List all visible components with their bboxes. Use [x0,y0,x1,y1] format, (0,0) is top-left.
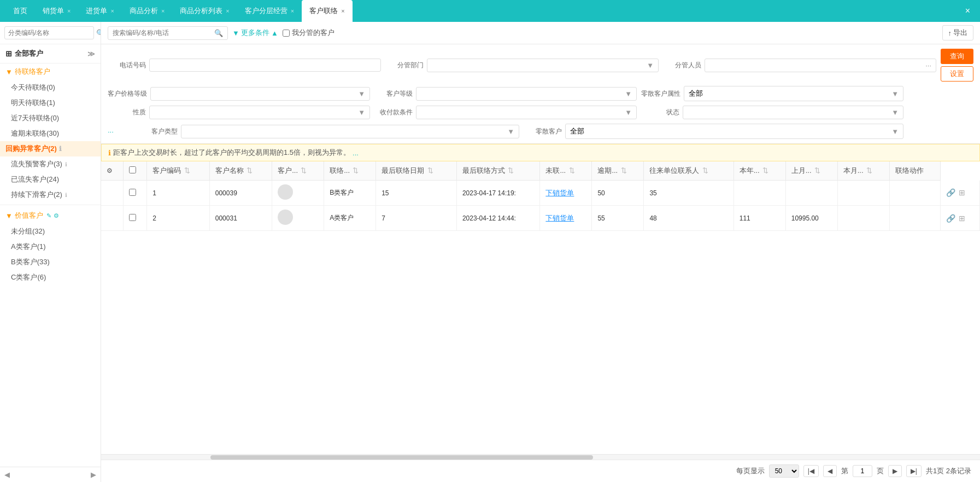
row-checkbox[interactable] [129,214,136,221]
th-action: 联络动作 [889,161,940,181]
person-select[interactable]: ··· [705,59,936,72]
sidebar-item-today[interactable]: 今天待联络(0) [0,80,101,95]
my-customer-checkbox[interactable] [283,30,290,37]
settings-icon[interactable]: ⚙ [54,212,59,219]
sort-last-month-icon[interactable]: ⇅ [814,166,820,175]
sort-date-icon[interactable]: ⇅ [427,166,433,175]
page-input[interactable] [853,465,872,477]
sidebar-item-b-class[interactable]: B类客户(33) [0,254,101,270]
sidebar-item-overdue[interactable]: 逾期未联络(30) [0,126,101,141]
sidebar-collapse-btn[interactable]: ≫ [87,50,95,58]
filter-search-icon[interactable]: 🔍 [214,29,223,37]
phone-input[interactable] [149,59,381,72]
filter-search-input[interactable] [113,29,214,37]
sidebar-item-declining[interactable]: 持续下滑客户(2) ℹ [0,187,101,202]
close-customer-tier-icon[interactable]: × [291,8,294,14]
retail-customer-select[interactable]: 全部 ▼ [565,124,903,139]
select-all-checkbox[interactable] [129,166,136,173]
scrollbar-thumb[interactable] [210,455,593,460]
sort-grade-icon[interactable]: ⇅ [301,166,307,175]
nav-customer-tier[interactable]: 客户分层经营 × [237,0,302,22]
row-last-contact-method[interactable]: 下销货单 [540,181,592,206]
nature-select[interactable]: ▼ [149,106,370,119]
close-sales-icon[interactable]: × [67,8,71,14]
grid-action-icon[interactable]: ⊞ [959,188,965,197]
retail-attr-select[interactable]: 全部 ▼ [684,86,903,101]
sidebar-item-ungrouped[interactable]: 未分组(32) [0,224,101,239]
edit-icon[interactable]: ✎ [46,212,51,219]
sidebar-search-input[interactable] [4,26,94,39]
more-conditions-btn[interactable]: ▼ 更多条件 ▲ [232,28,278,38]
sidebar-item-a-class[interactable]: A类客户(1) [0,239,101,254]
content-area: 🔍 ▼ 更多条件 ▲ 我分管的客户 ↑ 导出 [101,22,980,482]
close-product-list-icon[interactable]: × [226,8,229,14]
sort-code-icon[interactable]: ⇅ [184,166,190,175]
sidebar-next-icon[interactable]: ▶ [91,471,96,479]
pending-group-title[interactable]: ▼ 待联络客户 [0,63,101,80]
customer-type-select[interactable]: ▼ [181,125,519,138]
sort-name-icon[interactable]: ⇅ [247,166,253,175]
row-checkbox-cell[interactable] [123,181,147,206]
prev-page-btn[interactable]: ◀ [823,465,837,477]
last-page-btn[interactable]: ▶| [906,465,922,477]
row-last-contact-date: 2023-04-17 14:19: [456,181,540,206]
page-size-select[interactable]: 50 100 200 [769,464,799,478]
sidebar-item-tomorrow[interactable]: 明天待联络(1) [0,95,101,111]
filter-cell-customer-type: 客户类型 ▼ [139,125,519,138]
value-group-title[interactable]: ▼ 价值客户 ✎ ⚙ [0,207,101,224]
sidebar-item-c-class[interactable]: C类客户(6) [0,270,101,285]
sort-method-icon[interactable]: ⇅ [508,166,514,175]
row-name[interactable] [272,206,324,231]
link-action-icon[interactable]: 🔗 [946,188,955,197]
grid-action-icon[interactable]: ⊞ [959,214,965,223]
dept-select[interactable]: ▼ [427,59,659,72]
nav-sales[interactable]: 销货单 × [35,0,78,22]
sort-person-icon[interactable]: ⇅ [702,166,708,175]
customer-grade-select[interactable]: ▼ [416,87,637,101]
row-checkbox-cell[interactable] [123,206,147,231]
tooltip-more-link[interactable]: ... [353,149,359,157]
th-this-month: 本月... ⇅ [837,161,889,181]
link-action-icon[interactable]: 🔗 [946,214,955,223]
payment-select[interactable]: ▼ [416,106,637,119]
export-button[interactable]: ↑ 导出 [942,25,974,40]
sort-this-month-icon[interactable]: ⇅ [866,166,872,175]
th-settings[interactable]: ⚙ [101,161,123,181]
settings-button[interactable]: 设置 [941,66,973,82]
row-checkbox[interactable] [129,189,136,196]
sidebar-item-7days[interactable]: 近7天待联络(0) [0,111,101,126]
sidebar-item-abnormal[interactable]: 回购异常客户(2) ℹ [0,141,101,156]
nav-product-analysis[interactable]: 商品分析 × [122,0,172,22]
sidebar-prev-icon[interactable]: ◀ [4,471,10,479]
nav-customer-contact[interactable]: 客户联络 × [302,0,352,22]
price-grade-select[interactable]: ▼ [150,87,370,101]
sort-year-icon[interactable]: ⇅ [762,166,768,175]
sort-contact-count-icon[interactable]: ⇅ [353,166,359,175]
customer-grade-label: 客户等级 [374,89,413,98]
retail-attr-label: 零散客户属性 [641,89,680,98]
sidebar-item-loss-warning[interactable]: 流失预警客户(3) ℹ [0,156,101,172]
nav-home[interactable]: 首页 [5,0,35,22]
sort-overdue-icon[interactable]: ⇅ [621,166,627,175]
sort-not-contacted-icon[interactable]: ⇅ [569,166,575,175]
status-select[interactable]: ▼ [683,106,903,119]
close-customer-contact-icon[interactable]: × [341,8,344,14]
th-not-contacted: 未联... ⇅ [540,161,592,181]
filter-icon: ▼ [232,29,239,37]
query-button[interactable]: 查询 [941,49,973,64]
nav-purchase[interactable]: 进货单 × [78,0,121,22]
close-product-analysis-icon[interactable]: × [161,8,165,14]
filter-row-3: 性质 ▼ 收付款条件 ▼ 状态 [108,106,973,119]
first-page-btn[interactable]: |◀ [803,465,819,477]
row-name[interactable] [272,181,324,206]
sidebar-item-lost[interactable]: 已流失客户(24) [0,172,101,187]
row-last-contact-method[interactable]: 下销货单 [540,206,592,231]
close-purchase-icon[interactable]: × [110,8,114,14]
sidebar-search-icon[interactable]: 🔍 [96,29,101,37]
th-checkbox[interactable] [123,161,147,181]
next-page-btn[interactable]: ▶ [888,465,902,477]
more-dots-btn[interactable]: ··· [108,127,114,136]
nav-product-list[interactable]: 商品分析列表 × [172,0,237,22]
window-close-button[interactable]: × [961,6,975,16]
horizontal-scrollbar[interactable] [101,454,980,460]
